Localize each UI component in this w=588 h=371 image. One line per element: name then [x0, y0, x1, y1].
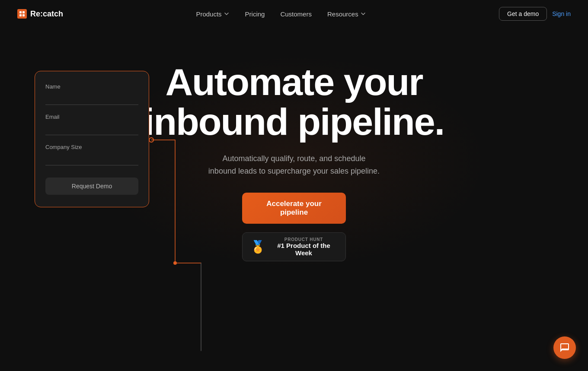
hero-subtitle: Automatically qualify, route, and schedu… [144, 152, 444, 178]
producthunt-badge[interactable]: 🏅 PRODUCT HUNT #1 Product of the Week [242, 232, 346, 261]
chevron-down-icon-2 [360, 11, 366, 17]
form-card: Name Email Company Size Request Demo [35, 71, 149, 207]
ph-badge-text: PRODUCT HUNT #1 Product of the Week [270, 237, 338, 257]
name-input[interactable] [45, 92, 138, 105]
nav-customers[interactable]: Customers [274, 8, 318, 20]
nav-right: Get a demo Sign in [499, 7, 571, 21]
hero-section: Name Email Company Size Request Demo Aut… [0, 28, 588, 356]
request-demo-button[interactable]: Request Demo [45, 178, 138, 195]
svg-rect-0 [19, 11, 22, 13]
ph-label: PRODUCT HUNT [270, 237, 338, 242]
hero-title: Automate your inbound pipeline. [144, 62, 444, 142]
company-label: Company Size [45, 144, 138, 150]
svg-rect-2 [19, 14, 22, 16]
svg-rect-3 [22, 14, 25, 16]
nav-resources[interactable]: Resources [321, 8, 372, 20]
form-card-wrapper: Name Email Company Size Request Demo [35, 71, 149, 207]
svg-point-5 [173, 261, 177, 265]
ph-title: #1 Product of the Week [270, 242, 338, 257]
name-label: Name [45, 83, 138, 90]
get-demo-button[interactable]: Get a demo [499, 7, 547, 21]
name-field: Name [45, 83, 138, 105]
logo[interactable]: Re:catch [17, 9, 63, 19]
email-label: Email [45, 114, 138, 120]
signin-button[interactable]: Sign in [552, 10, 571, 17]
logo-icon [17, 9, 27, 19]
svg-rect-1 [22, 11, 25, 13]
producthunt-icon: 🏅 [250, 239, 265, 255]
email-input[interactable] [45, 123, 138, 135]
nav-links: Products Pricing Customers Resources [190, 8, 372, 20]
nav-pricing[interactable]: Pricing [239, 8, 271, 20]
hero-text: Automate your inbound pipeline. Automati… [144, 62, 444, 261]
company-field: Company Size [45, 144, 138, 165]
chat-icon [559, 342, 570, 353]
chevron-down-icon [224, 11, 230, 17]
accelerate-pipeline-button[interactable]: Accelerate your pipeline [242, 193, 346, 224]
email-field: Email [45, 114, 138, 135]
logo-text: Re:catch [30, 10, 63, 19]
company-input[interactable] [45, 153, 138, 165]
chat-button[interactable] [553, 336, 576, 359]
nav-products[interactable]: Products [190, 8, 235, 20]
navbar: Re:catch Products Pricing Customers Reso… [0, 0, 588, 28]
